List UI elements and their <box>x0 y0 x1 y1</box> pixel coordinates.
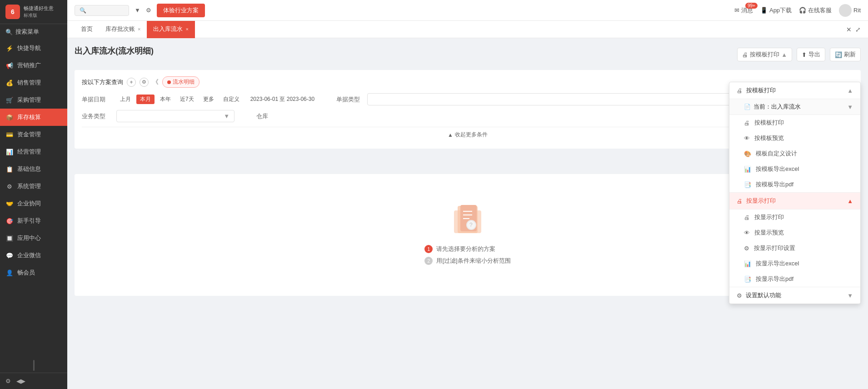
tab-batch-ledger-label: 库存批次账 <box>105 25 135 33</box>
date-tab-last-month[interactable]: 上月 <box>116 95 135 104</box>
sidebar-item-appcenter[interactable]: 🔲 应用中心 <box>0 229 67 247</box>
tab-batch-ledger-close[interactable]: × <box>138 26 140 32</box>
date-tab-last7days[interactable]: 近7天 <box>176 95 198 104</box>
tabbar: 首页 库存批次账 × 出入库流水 × ✕ ⤢ <box>67 21 868 38</box>
empty-steps: 1 请先选择要分析的方案 2 用[过滤]条件来缩小分析范围 <box>424 245 510 269</box>
sidebar-item-finance[interactable]: 💳 资金管理 <box>0 126 67 143</box>
dp-display-preview-label: 按显示预览 <box>754 229 784 237</box>
dp-item-display-preview[interactable]: 👁 按显示预览 <box>729 225 860 240</box>
excel-icon: 📊 <box>744 166 751 173</box>
dropdown-panel: 🖨 按模板打印 ▲ 📄 当前：出入库流水 ▼ 🖨 <box>729 82 861 304</box>
sidebar-item-purchase[interactable]: 🛒 采购管理 <box>0 91 67 109</box>
tab-batch-ledger[interactable]: 库存批次账 × <box>99 21 147 38</box>
business-type-select[interactable]: ▼ <box>116 110 234 122</box>
trial-btn[interactable]: 体验行业方案 <box>157 4 205 17</box>
filter-add-btn[interactable]: + <box>127 78 136 87</box>
topbar-gear-icon[interactable]: ⚙ <box>146 7 151 14</box>
dp-set-default[interactable]: ⚙ 设置默认功能 ▼ <box>729 287 860 304</box>
sidebar-search[interactable]: 🔍 搜索菜单 <box>0 24 67 40</box>
app-download-btn[interactable]: 📱 App下载 <box>760 6 792 15</box>
display-print-icon-s: 🖨 <box>744 214 750 221</box>
sidebar-item-system[interactable]: ⚙ 系统管理 <box>0 178 67 195</box>
export-btn[interactable]: ⬆ 导出 <box>797 48 825 61</box>
app-logo-icon: 6 <box>5 5 20 19</box>
sidebar-item-inventory[interactable]: 📦 库存核算 <box>0 109 67 126</box>
template-print-btn[interactable]: 🖨 按模板打印 ▲ <box>737 48 792 61</box>
dp-item-template-preview[interactable]: 👁 按模板预览 <box>729 130 860 146</box>
topbar-search-box[interactable]: 🔍 <box>75 5 129 16</box>
step-2-text: 用[过滤]条件来缩小分析范围 <box>436 257 510 265</box>
dp-item-display-print[interactable]: 🖨 按显示打印 <box>729 209 860 225</box>
tab-expand-icon[interactable]: ⤢ <box>855 26 861 33</box>
display-excel-icon: 📊 <box>744 260 751 267</box>
refresh-btn[interactable]: 🔄 刷新 <box>830 48 861 61</box>
online-service-btn[interactable]: 🎧 在线客服 <box>799 6 832 15</box>
step-1-num: 1 <box>424 245 433 253</box>
dp-template-customize-label: 模板自定义设计 <box>756 150 797 158</box>
sidebar-item-label: 系统管理 <box>17 182 41 190</box>
dp-main-header[interactable]: 🖨 按模板打印 ▲ <box>729 82 860 99</box>
sidebar-item-wechat[interactable]: 💬 企业微信 <box>0 247 67 264</box>
date-tab-more[interactable]: 更多 <box>200 95 218 104</box>
filter-collapse-btn[interactable]: 《 <box>152 78 159 86</box>
flow-tag[interactable]: 流水明细 <box>162 76 200 88</box>
date-range-text: 2023-06-01 至 2023-06-30 <box>250 95 314 103</box>
date-tab-custom[interactable]: 自定义 <box>219 95 243 104</box>
dp-item-display-excel[interactable]: 📊 按显示导出excel <box>729 256 860 271</box>
date-tab-this-month[interactable]: 本月 <box>136 95 155 104</box>
dp-main-header-label: 按模板打印 <box>746 86 776 95</box>
empty-state-icon: ? <box>449 201 486 238</box>
display-print-icon: 🖨 <box>737 198 743 204</box>
sidebar-item-quick-nav[interactable]: ⚡ 快捷导航 <box>0 40 67 57</box>
dp-item-template-excel[interactable]: 📊 按模板导出excel <box>729 161 860 177</box>
doc-type-label: 单据类型 <box>336 95 360 104</box>
date-tab-this-year[interactable]: 本年 <box>156 95 175 104</box>
sidebar-item-guide[interactable]: 🎯 新手引导 <box>0 212 67 229</box>
dp-current-arrow: ▼ <box>847 104 853 110</box>
app-download-label: App下载 <box>769 6 792 15</box>
topbar-dropdown-arrow[interactable]: ▼ <box>135 7 140 14</box>
tab-flow-close[interactable]: × <box>185 26 188 32</box>
sidebar-item-label: 库存核算 <box>17 113 41 121</box>
display-preview-icon: 👁 <box>744 229 750 236</box>
display-pdf-icon: 📑 <box>744 276 751 283</box>
filter-settings-btn[interactable]: ⚙ <box>140 78 149 87</box>
dp-display-header-arrow: ▲ <box>847 198 853 204</box>
dp-main-header-arrow: ▲ <box>847 87 853 94</box>
dp-item-display-print-settings[interactable]: ⚙ 按显示打印设置 <box>729 240 860 256</box>
system-icon: ⚙ <box>5 182 14 190</box>
tab-home[interactable]: 首页 <box>75 21 99 38</box>
dp-item-display-pdf[interactable]: 📑 按显示导出pdf <box>729 271 860 287</box>
dp-template-section: 🖨 按模板打印 👁 按模板预览 🎨 模板自定义设计 📊 按模板导出excel <box>729 115 860 193</box>
sidebar-item-collab[interactable]: 🤝 企业协同 <box>0 195 67 212</box>
sidebar-item-label: 新手引导 <box>17 217 41 225</box>
dp-item-template-customize[interactable]: 🎨 模板自定义设计 <box>729 146 860 161</box>
settings-icon[interactable]: ⚙ <box>5 378 11 384</box>
tab-flow[interactable]: 出入库流水 × <box>147 21 195 38</box>
default-fn-icon: ⚙ <box>737 292 742 299</box>
sidebar: 6 畅捷通好生意 标准版 🔍 搜索菜单 ⚡ 快捷导航 📢 营销推广 💰 销售管理 <box>0 0 67 389</box>
dp-item-template-pdf[interactable]: 📑 按模板导出pdf <box>729 177 860 192</box>
finance-icon: 💳 <box>5 130 14 139</box>
sidebar-item-operation[interactable]: 📊 经营管理 <box>0 143 67 160</box>
dp-current-template[interactable]: 📄 当前：出入库流水 ▼ <box>729 99 860 115</box>
sidebar-item-member[interactable]: 👤 畅会员 <box>0 264 67 281</box>
sales-icon: 💰 <box>5 79 14 87</box>
flow-tag-text: 流水明细 <box>173 78 195 86</box>
user-avatar[interactable]: Rit <box>839 4 861 17</box>
collapse-sidebar-icon[interactable]: ◀▶ <box>16 378 25 384</box>
message-btn[interactable]: ✉ 消息 99+ <box>734 6 753 15</box>
sidebar-item-sales[interactable]: 💰 销售管理 <box>0 74 67 91</box>
headset-icon: 🎧 <box>799 7 806 14</box>
tab-home-label: 首页 <box>81 25 93 33</box>
dp-display-header[interactable]: 🖨 按显示打印 ▲ <box>729 193 860 209</box>
inventory-icon: 📦 <box>5 113 14 121</box>
sidebar-item-basic[interactable]: 📋 基础信息 <box>0 160 67 178</box>
mobile-icon: 📱 <box>760 7 768 14</box>
sidebar-item-label: 资金管理 <box>17 130 41 139</box>
quick-nav-icon: ⚡ <box>5 44 14 52</box>
dp-item-template-print[interactable]: 🖨 按模板打印 <box>729 115 860 130</box>
app-version: 标准版 <box>24 12 54 19</box>
tab-close-all-icon[interactable]: ✕ <box>846 26 852 33</box>
sidebar-item-marketing[interactable]: 📢 营销推广 <box>0 57 67 74</box>
